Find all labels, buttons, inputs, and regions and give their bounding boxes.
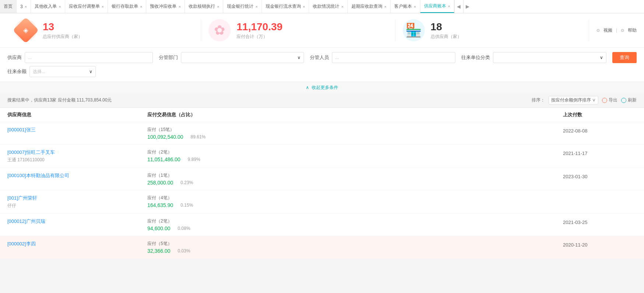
trans-label-6: 应付（5笔） — [147, 241, 563, 247]
nav-tab-supplier-account[interactable]: 供应商账本 × — [420, 0, 454, 13]
nav-tab-advance-collect-close[interactable]: × — [178, 4, 181, 9]
person-filter-input[interactable]: ... — [332, 52, 455, 63]
top-right-links: ⊙ 视频 | ⊙ 帮助 — [589, 27, 637, 34]
filter-supplier: 供应商 ... — [7, 52, 153, 63]
nav-tab-cash-bank-flow-close[interactable]: × — [303, 4, 305, 9]
nav-tab-home[interactable]: 首页 — [0, 0, 17, 13]
transaction-info-5: 应付（2笔） 94,600.00 0.08% — [147, 218, 563, 231]
result-bar: 搜索结果中，供应商13家 应付金额 111,703,854.00元 排序： 按应… — [0, 93, 644, 108]
query-button[interactable]: 查询 — [612, 52, 637, 63]
video-icon: ⊙ — [596, 28, 600, 33]
nav-tab-ar-ap-adjust[interactable]: 应收应付调整单 × — [65, 0, 108, 13]
diamond-icon: ◈ — [13, 17, 39, 44]
trans-amount-6[interactable]: 32,366.00 — [147, 248, 170, 254]
nav-tab-customer-account-label: 客户账本 — [394, 3, 412, 10]
supplier-icon: ◈ — [15, 19, 37, 41]
nav-tab-other-income[interactable]: 其他收入单 × — [31, 0, 65, 13]
supplier-link-6[interactable]: [000002]李四 — [7, 241, 36, 247]
nav-tab-other-income-label: 其他收入单 — [35, 3, 57, 10]
export-label: 导出 — [609, 97, 617, 103]
video-link[interactable]: 视频 — [603, 27, 612, 34]
nav-tab-bank-deposit[interactable]: 银行存取款单 × — [108, 0, 146, 13]
summary-bar: ◈ 13 总应付供应商（家） ✿ 11,170.39 应付合计（万） 🏪 18 … — [0, 13, 644, 48]
nav-tab-collect-stat-close[interactable]: × — [341, 4, 343, 9]
supplier-info-3: [000100]本特勤油品有限公司 — [7, 172, 147, 179]
nav-tab-cash-bank-flow[interactable]: 现金银行流水查询 × — [262, 0, 309, 13]
trans-percent-2: 9.89% — [188, 157, 200, 162]
category-filter-select[interactable]: ∨ — [493, 52, 607, 63]
filter-row-2: 往来余额 选择... ∨ — [7, 66, 637, 77]
nav-tab-collect-verify[interactable]: 收款核销执行 × — [185, 0, 223, 13]
nav-tab-bank-deposit-close[interactable]: × — [140, 4, 142, 9]
trans-row-3: 258,000.00 0.23% — [147, 180, 563, 186]
nav-tab-customer-account-close[interactable]: × — [414, 4, 416, 9]
sort-dropdown-arrow: ∨ — [592, 97, 596, 103]
nav-tab-cash-bank-stat-close[interactable]: × — [255, 4, 258, 9]
sort-area: 排序： 按应付余额倒序排序 ∨ 导出 刷新 — [532, 96, 637, 104]
nav-next-arrow[interactable]: ▶ — [463, 0, 472, 13]
collapse-bar[interactable]: ∧ 收起更多条件 — [0, 82, 644, 93]
nav-tab-collect-verify-close[interactable]: × — [217, 4, 219, 9]
nav-tab-supplier-account-close[interactable]: × — [448, 4, 450, 8]
export-button[interactable]: 导出 — [602, 97, 617, 103]
transaction-info-3: 应付（1笔） 258,000.00 0.23% — [147, 172, 563, 186]
summary-amount-info: 11,170.39 应付合计（万） — [237, 21, 283, 40]
nav-tab-3-close[interactable]: × — [25, 4, 27, 9]
nav-tab-cash-bank-stat-label: 现金银行统计 — [227, 3, 253, 10]
nav-tab-home-label: 首页 — [4, 3, 13, 10]
filter-person: 分管人员 ... — [310, 52, 455, 63]
trans-row-5: 94,600.00 0.08% — [147, 225, 563, 231]
nav-tab-3[interactable]: 3 × — [17, 0, 31, 13]
filter-category: 往来单位分类 ∨ — [461, 52, 607, 63]
header-supplier: 供应商信息 — [7, 111, 147, 118]
nav-tab-ar-ap-adjust-label: 应收应付调整单 — [69, 3, 100, 10]
balance-filter-placeholder: 选择... — [33, 69, 45, 75]
nav-tab-overdue-collect-close[interactable]: × — [384, 4, 386, 9]
trans-amount-4[interactable]: 164,635.90 — [147, 202, 173, 208]
help-link[interactable]: 帮助 — [628, 27, 637, 34]
balance-filter-label: 往来余额 — [7, 68, 27, 75]
total-supplier-count: 18 — [431, 21, 462, 33]
ap-amount-value: 11,170.39 — [237, 21, 283, 33]
nav-tab-advance-collect[interactable]: 预收冲应收单 × — [146, 0, 185, 13]
supplier-link-3[interactable]: [000100]本特勤油品有限公司 — [7, 173, 69, 178]
supplier-link-5[interactable]: [000012]广州贝瑞 — [7, 218, 45, 224]
collapse-label: 收起更多条件 — [312, 85, 338, 90]
dept-filter-select[interactable]: ∨ — [181, 52, 304, 63]
trans-label-3: 应付（1笔） — [147, 172, 563, 179]
table-row: [000001]张三 应付（15笔） 100,092,540.00 89.61%… — [0, 122, 644, 145]
balance-filter-select[interactable]: 选择... ∨ — [29, 66, 96, 77]
supplier-filter-input[interactable]: ... — [25, 52, 153, 63]
nav-tab-overdue-collect[interactable]: 超期应收款查询 × — [348, 0, 391, 13]
nav-tab-collect-stat-label: 收款情况统计 — [313, 3, 339, 10]
sort-select[interactable]: 按应付余额倒序排序 ∨ — [549, 96, 598, 104]
supplier-link-1[interactable]: [000001]张三 — [7, 127, 36, 132]
ap-amount-label: 应付合计（万） — [237, 34, 283, 40]
summary-card-total-suppliers: 🏪 18 总供应商（家） — [395, 19, 589, 41]
nav-tab-cash-bank-stat[interactable]: 现金银行统计 × — [223, 0, 262, 13]
refresh-button[interactable]: 刷新 — [621, 97, 637, 103]
table-row: [000012]广州贝瑞 应付（2笔） 94,600.00 0.08% 2021… — [0, 214, 644, 236]
balance-dropdown-arrow: ∨ — [89, 69, 92, 74]
supplier-sub-4: 仔仔 — [7, 203, 147, 209]
supplier-info-4: [001]广州荣轩 仔仔 — [7, 195, 147, 209]
trans-amount-1[interactable]: 100,092,540.00 — [147, 134, 183, 140]
transaction-info-2: 应付（2笔） 11,051,486.00 9.89% — [147, 149, 563, 162]
trans-amount-2[interactable]: 11,051,486.00 — [147, 156, 181, 162]
nav-tab-collect-stat[interactable]: 收款情况统计 × — [309, 0, 347, 13]
dept-dropdown-arrow: ∨ — [297, 55, 301, 60]
supplier-link-4[interactable]: [001]广州荣轩 — [7, 195, 37, 201]
help-icon: ⊙ — [621, 28, 624, 33]
trans-amount-5[interactable]: 94,600.00 — [147, 225, 170, 231]
trans-percent-4: 0.15% — [181, 203, 193, 208]
nav-tab-collect-verify-label: 收款核销执行 — [189, 3, 215, 10]
nav-tab-ar-ap-adjust-close[interactable]: × — [102, 4, 104, 9]
supplier-link-2[interactable]: [000007]恒旺二手叉车 — [7, 149, 55, 155]
trans-amount-3[interactable]: 258,000.00 — [147, 180, 173, 186]
nav-tab-customer-account[interactable]: 客户账本 × — [391, 0, 420, 13]
ap-supplier-label: 总应付供应商（家） — [43, 34, 83, 40]
nav-tab-overdue-collect-label: 超期应收款查询 — [351, 3, 382, 10]
nav-tab-other-income-close[interactable]: × — [59, 4, 61, 9]
last-pay-4 — [563, 195, 637, 196]
nav-prev-arrow[interactable]: ◀ — [454, 0, 463, 13]
